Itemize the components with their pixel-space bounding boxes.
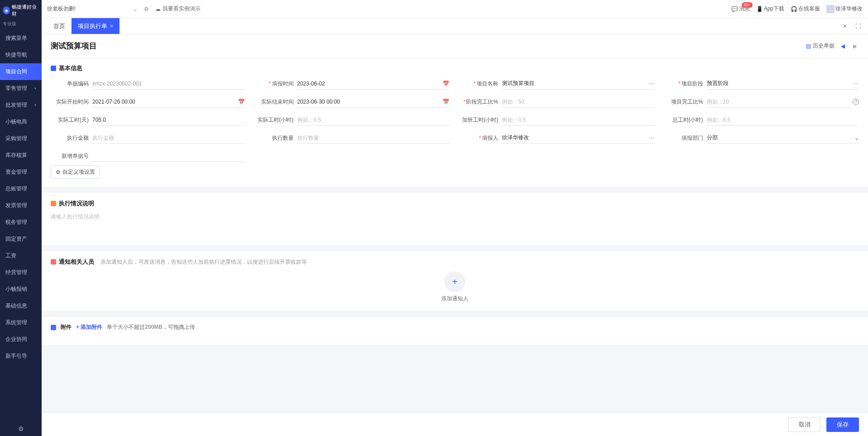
- sidebar-item-5[interactable]: 小畅电商: [0, 114, 42, 130]
- app-download-button[interactable]: 📱 App下载: [756, 5, 784, 13]
- input-start-time[interactable]: [92, 97, 245, 107]
- save-button[interactable]: 保存: [826, 417, 859, 432]
- sidebar-item-13[interactable]: 工资: [0, 247, 42, 264]
- sidebar-item-label: 零售管理: [5, 85, 27, 92]
- sidebar-nav: 搜索菜单快捷导航项目合同零售管理▾批发管理▾小畅电商采购管理库存核算资金管理总账…: [0, 30, 42, 422]
- caret-icon: ▾: [34, 86, 36, 90]
- sidebar-item-label: 批发管理: [5, 101, 27, 109]
- input-newno[interactable]: [92, 151, 245, 161]
- chevron-down-icon[interactable]: ⌄: [854, 135, 859, 141]
- more-icon[interactable]: ⋯: [649, 135, 654, 141]
- sidebar-item-9[interactable]: 总账管理: [0, 180, 42, 197]
- content-scroll[interactable]: 测试预算项目 ▤ 历史单据 ◀ ▶ 基本信息 单据编码 xm: [42, 34, 868, 412]
- sidebar-item-label: 采购管理: [5, 135, 27, 142]
- close-icon[interactable]: ×: [110, 23, 113, 29]
- label-reporter: 填报人: [482, 135, 498, 141]
- sidebar-item-4[interactable]: 批发管理▾: [0, 97, 42, 114]
- input-stage-pct[interactable]: [502, 97, 654, 107]
- input-project-stage[interactable]: [707, 79, 859, 89]
- calendar-icon[interactable]: 📅: [238, 99, 245, 105]
- desc-textarea[interactable]: [51, 213, 859, 236]
- input-project-pct[interactable]: [707, 97, 851, 107]
- input-end-time[interactable]: [297, 97, 450, 107]
- help-icon[interactable]: ?: [853, 99, 859, 105]
- notify-hint: 添加通知人后，可发送消息，告知这些人当前执行进度情况，以便进行后续开票收款等: [100, 258, 307, 266]
- custom-fields-label: 自定义项设置: [62, 168, 95, 176]
- sidebar-item-label: 小畅报销: [5, 285, 27, 293]
- sidebar-item-label: 发票管理: [5, 202, 27, 209]
- calendar-icon[interactable]: 📅: [443, 99, 449, 105]
- close-all-icon[interactable]: ✕: [840, 21, 850, 31]
- add-attachment-link[interactable]: + 添加附件: [76, 323, 102, 331]
- add-person-button[interactable]: +: [444, 271, 465, 292]
- doc-icon: ▤: [806, 43, 811, 49]
- fullscreen-icon[interactable]: ⛶: [853, 21, 863, 31]
- app-label: App下载: [764, 5, 784, 13]
- avatar-icon: [826, 5, 835, 13]
- label-stage-pct: 阶段完工比%: [466, 99, 498, 105]
- sidebar-item-8[interactable]: 资金管理: [0, 164, 42, 180]
- org-selector[interactable]: 徐老板勿删! ⌄: [47, 5, 138, 13]
- label-end-time: 实际结束时间: [256, 98, 297, 106]
- gear-icon: ⚙: [56, 169, 61, 175]
- sidebar-item-0[interactable]: 搜索菜单: [0, 30, 42, 47]
- sidebar-item-12[interactable]: 固定资产: [0, 231, 42, 247]
- sidebar-item-1[interactable]: 快捷导航: [0, 47, 42, 63]
- more-icon[interactable]: ⋯: [854, 81, 859, 87]
- input-ot[interactable]: [502, 115, 654, 125]
- sidebar-item-19[interactable]: 新手引导: [0, 348, 42, 365]
- gear-icon[interactable]: ⚙: [142, 4, 151, 14]
- sidebar-item-label: 搜索菜单: [5, 34, 27, 42]
- input-amount[interactable]: [92, 133, 245, 143]
- calendar-icon[interactable]: 📅: [443, 81, 449, 87]
- sidebar-item-14[interactable]: 经营管理: [0, 264, 42, 281]
- sidebar-item-16[interactable]: 基础信息: [0, 298, 42, 314]
- history-link[interactable]: ▤ 历史单据: [806, 42, 835, 50]
- sidebar-item-2[interactable]: 项目合同: [0, 63, 42, 80]
- sidebar-item-17[interactable]: 系统管理: [0, 314, 42, 331]
- demo-link[interactable]: ☁ 我要看实例演示: [155, 5, 200, 13]
- org-name: 徐老板勿删!: [47, 5, 76, 13]
- input-dept[interactable]: [707, 133, 859, 143]
- input-qty[interactable]: [297, 133, 450, 143]
- input-report-time[interactable]: [297, 79, 450, 89]
- input-total[interactable]: [707, 115, 859, 125]
- input-days[interactable]: [92, 115, 245, 125]
- sidebar-item-15[interactable]: 小畅报销: [0, 281, 42, 298]
- sidebar-item-label: 总账管理: [5, 185, 27, 193]
- support-button[interactable]: 🎧 在线客服: [791, 5, 820, 13]
- messages-badge: 99+: [742, 2, 752, 8]
- cancel-button[interactable]: 取消: [788, 417, 821, 432]
- sidebar-item-label: 企业协同: [5, 336, 27, 343]
- user-menu[interactable]: 徐泽华修改: [826, 5, 863, 13]
- sidebar: ◈ 畅捷通好业财 专业版 搜索菜单快捷导航项目合同零售管理▾批发管理▾小畅电商采…: [0, 0, 42, 436]
- sidebar-item-label: 资金管理: [5, 168, 27, 176]
- sidebar-item-3[interactable]: 零售管理▾: [0, 80, 42, 97]
- tab-label: 项目执行单: [78, 22, 107, 30]
- input-hours[interactable]: [297, 115, 450, 125]
- prev-record-button[interactable]: ◀: [839, 42, 847, 50]
- input-reporter[interactable]: [502, 133, 654, 143]
- sidebar-item-10[interactable]: 发票管理: [0, 197, 42, 214]
- custom-fields-button[interactable]: ⚙ 自定义项设置: [51, 166, 100, 179]
- sidebar-settings[interactable]: ⚙: [0, 422, 42, 436]
- sidebar-item-label: 经营管理: [5, 269, 27, 276]
- history-label: 历史单据: [813, 42, 835, 50]
- more-icon[interactable]: ⋯: [649, 81, 654, 87]
- tab-0[interactable]: 首页: [47, 18, 72, 34]
- add-person-label: 添加通知人: [441, 295, 468, 303]
- sidebar-item-label: 税务管理: [5, 218, 27, 226]
- next-record-button[interactable]: ▶: [851, 42, 859, 50]
- sidebar-item-6[interactable]: 采购管理: [0, 130, 42, 147]
- support-label: 在线客服: [798, 5, 820, 13]
- topbar: 徐老板勿删! ⌄ ⚙ ☁ 我要看实例演示 💬 消息 99+ 📱 App下载: [42, 0, 868, 18]
- headset-icon: 🎧: [791, 6, 797, 12]
- tab-1[interactable]: 项目执行单×: [72, 18, 119, 34]
- attach-hint: 单个大小不超过200MB，可拖拽上传: [107, 323, 195, 331]
- messages-button[interactable]: 💬 消息 99+: [731, 5, 750, 13]
- sidebar-item-7[interactable]: 库存核算: [0, 147, 42, 164]
- input-project-name[interactable]: [502, 79, 654, 89]
- sidebar-item-18[interactable]: 企业协同: [0, 331, 42, 348]
- sidebar-item-11[interactable]: 税务管理: [0, 214, 42, 231]
- phone-icon: 📱: [756, 6, 763, 12]
